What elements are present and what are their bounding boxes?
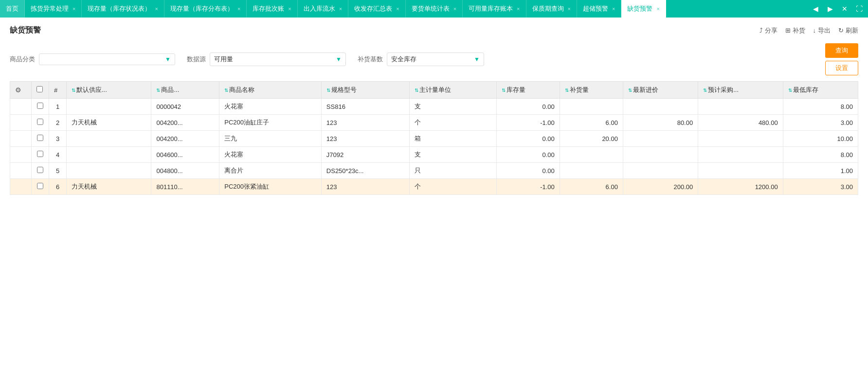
row-min-stock-2: 10.00 xyxy=(783,131,858,147)
row-supplier-2 xyxy=(67,131,151,147)
row-checkbox-4[interactable] xyxy=(37,167,43,173)
nav-tab-exception-close[interactable]: × xyxy=(72,6,75,12)
nav-tab-home[interactable]: 首页 xyxy=(0,0,25,18)
nav-tab-collect-close[interactable]: × xyxy=(396,6,399,12)
row-latest-price-3 xyxy=(623,147,698,163)
row-checkbox-0[interactable] xyxy=(37,103,43,109)
row-supplier-3 xyxy=(67,147,151,163)
th-unit[interactable]: ⇅主计量单位 xyxy=(410,82,496,99)
nav-tab-expiry[interactable]: 保质期查询 × xyxy=(526,0,577,18)
nav-next-button[interactable]: ▶ xyxy=(823,2,837,16)
th-latest-price[interactable]: ⇅最新进价 xyxy=(623,82,698,99)
share-button[interactable]: ⤴ 分享 xyxy=(760,26,778,35)
th-name[interactable]: ⇅商品名称 xyxy=(219,82,322,99)
replenish-label: 补货 xyxy=(793,26,805,35)
est-purchase-sort-icon: ⇅ xyxy=(703,88,707,93)
spec-sort-icon: ⇅ xyxy=(326,88,330,93)
nav-tab-exception[interactable]: 拣货异常处理 × xyxy=(25,0,82,18)
row-latest-price-4 xyxy=(623,163,698,179)
category-label: 商品分类 xyxy=(10,55,35,64)
th-spec[interactable]: ⇅规格型号 xyxy=(321,82,409,99)
row-check-cell-2[interactable] xyxy=(32,131,49,147)
row-name-5: PC200张紧油缸 xyxy=(219,179,322,195)
row-name-4: 离合片 xyxy=(219,163,322,179)
row-check-cell-3[interactable] xyxy=(32,147,49,163)
th-min-stock[interactable]: ⇅最低库存 xyxy=(783,82,858,99)
nav-tab-available[interactable]: 可用量库存账本 × xyxy=(463,0,526,18)
category-select[interactable]: ▼ xyxy=(39,53,175,65)
select-all-checkbox[interactable] xyxy=(36,86,43,92)
th-stock[interactable]: ⇅库存量 xyxy=(496,82,560,99)
th-num: # xyxy=(49,82,67,99)
th-code[interactable]: ⇅商品... xyxy=(151,82,219,99)
query-button[interactable]: 查询 xyxy=(825,43,858,58)
nav-tab-batch[interactable]: 库存批次账 × xyxy=(247,0,297,18)
nav-tab-overstock-label: 超储预警 xyxy=(583,4,608,13)
row-check-cell-5[interactable] xyxy=(32,179,49,195)
th-gear[interactable]: ⚙ xyxy=(10,82,32,99)
table-row: 2 力天机械 004200... PC200油缸庄子 123 个 -1.00 6… xyxy=(10,115,858,131)
nav-tab-batch-close[interactable]: × xyxy=(288,6,291,12)
header-actions: ⤴ 分享 ⊞ 补货 ↓ 导出 ↻ 刷新 xyxy=(760,26,859,35)
row-code-2: 004200... xyxy=(151,131,219,147)
row-supplier-0 xyxy=(67,99,151,115)
nav-tab-collect[interactable]: 收发存汇总表 × xyxy=(348,0,405,18)
nav-tab-shortage[interactable]: 缺货预警 × xyxy=(621,0,666,18)
nav-close-all-button[interactable]: ✕ xyxy=(838,2,851,16)
replenish-base-select[interactable]: 安全库存 ▼ xyxy=(387,53,484,66)
th-replenish-label: 补货量 xyxy=(570,86,589,93)
nav-tab-inventory-status-close[interactable]: × xyxy=(155,6,158,12)
nav-tab-available-label: 可用量库存账本 xyxy=(469,4,513,13)
nav-tab-shortage-close[interactable]: × xyxy=(656,6,659,12)
row-checkbox-2[interactable] xyxy=(37,135,43,141)
settings-button[interactable]: 设置 xyxy=(825,61,858,75)
table-header-row: ⚙ # ⇅默认供应... ⇅商品... ⇅商品名称 ⇅规格型号 ⇅主计量单位 ⇅… xyxy=(10,82,858,99)
th-replenish[interactable]: ⇅补货量 xyxy=(560,82,623,99)
refresh-button[interactable]: ↻ 刷新 xyxy=(838,26,858,35)
nav-fullscreen-button[interactable]: ⛶ xyxy=(852,2,866,16)
row-check-cell-1[interactable] xyxy=(32,115,49,131)
row-stock-3: 0.00 xyxy=(496,147,560,163)
row-checkbox-1[interactable] xyxy=(37,119,43,125)
th-name-label: 商品名称 xyxy=(229,86,254,93)
th-latest-price-label: 最新进价 xyxy=(633,86,658,93)
row-checkbox-5[interactable] xyxy=(37,183,43,189)
row-checkbox-3[interactable] xyxy=(37,151,43,157)
row-check-cell-4[interactable] xyxy=(32,163,49,179)
nav-tab-inventory-dist[interactable]: 现存量（库存分布表） × xyxy=(164,0,247,18)
nav-tab-inout-flow-close[interactable]: × xyxy=(339,6,342,12)
row-est-purchase-3 xyxy=(698,147,783,163)
row-supplier-1: 力天机械 xyxy=(67,115,151,131)
nav-tab-requisition-close[interactable]: × xyxy=(453,6,456,12)
nav-tab-inventory-dist-close[interactable]: × xyxy=(237,6,240,12)
row-replenish-4 xyxy=(560,163,623,179)
replenish-button[interactable]: ⊞ 补货 xyxy=(785,26,805,35)
th-unit-label: 主计量单位 xyxy=(419,86,451,93)
refresh-icon: ↻ xyxy=(838,27,844,34)
latest-price-sort-icon: ⇅ xyxy=(628,88,632,93)
nav-tab-expiry-close[interactable]: × xyxy=(568,6,571,12)
datasource-select[interactable]: 可用量 ▼ xyxy=(210,53,346,66)
nav-tab-available-close[interactable]: × xyxy=(517,6,520,12)
share-icon: ⤴ xyxy=(760,27,763,34)
row-spec-0: SS816 xyxy=(321,99,409,115)
nav-tab-inout-flow-label: 出入库流水 xyxy=(304,4,335,13)
row-replenish-1: 6.00 xyxy=(560,115,623,131)
row-min-stock-5: 3.00 xyxy=(783,179,858,195)
nav-tab-inventory-status[interactable]: 现存量（库存状况表） × xyxy=(82,0,164,18)
th-est-purchase[interactable]: ⇅预计采购... xyxy=(698,82,783,99)
row-stock-2: 0.00 xyxy=(496,131,560,147)
nav-tab-inout-flow[interactable]: 出入库流水 × xyxy=(298,0,348,18)
nav-prev-button[interactable]: ◀ xyxy=(809,2,822,16)
replenish-base-chevron-icon: ▼ xyxy=(474,56,480,63)
row-num-3: 4 xyxy=(49,147,67,163)
row-check-cell-0[interactable] xyxy=(32,99,49,115)
settings-icon[interactable]: ⚙ xyxy=(15,86,21,94)
nav-tab-requisition[interactable]: 要货单统计表 × xyxy=(406,0,463,18)
th-supplier[interactable]: ⇅默认供应... xyxy=(67,82,151,99)
row-unit-1: 个 xyxy=(410,115,496,131)
export-button[interactable]: ↓ 导出 xyxy=(813,26,831,35)
nav-tab-overstock-close[interactable]: × xyxy=(612,6,615,12)
nav-tab-overstock[interactable]: 超储预警 × xyxy=(577,0,621,18)
row-unit-3: 支 xyxy=(410,147,496,163)
